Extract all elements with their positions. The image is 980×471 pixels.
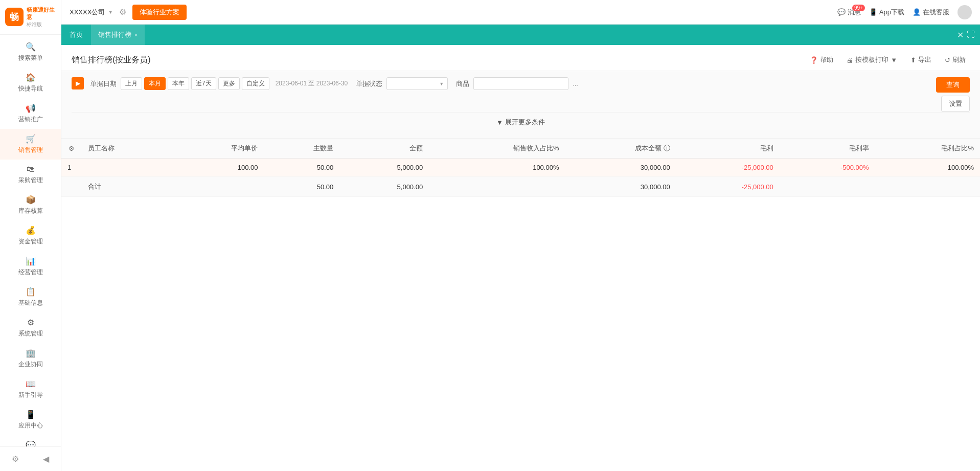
message-icon: 💬 bbox=[837, 8, 846, 16]
header-actions: ❓ 帮助 🖨 按模板打印 ▼ ⬆ 导出 ↺ 刷新 bbox=[806, 53, 970, 66]
status-select[interactable] bbox=[386, 77, 448, 90]
refresh-button[interactable]: ↺ 刷新 bbox=[941, 53, 970, 66]
sidebar-collapse-icon[interactable]: ◀ bbox=[40, 451, 52, 467]
trial-button[interactable]: 体验行业方案 bbox=[132, 5, 187, 20]
help-label: 帮助 bbox=[820, 55, 833, 64]
refresh-icon: ↺ bbox=[945, 56, 950, 64]
topbar-gear-icon[interactable]: ⚙ bbox=[119, 7, 126, 17]
sidebar-item-marketing[interactable]: 📢营销推广 bbox=[0, 98, 61, 129]
expand-more-btn[interactable]: ▼ 展开更多条件 bbox=[496, 115, 545, 130]
sidebar-item-finance[interactable]: 💰资金管理 bbox=[0, 220, 61, 251]
filter-fields: 单据日期 上月本月本年近7天更多自定义 2023-06-01 至 2023-06… bbox=[90, 77, 930, 90]
app-title: 畅康通好生意 bbox=[27, 6, 56, 21]
cell-8: -500.00% bbox=[780, 159, 875, 177]
col-header-6: 成本全额 ⓘ bbox=[565, 139, 676, 159]
sidebar-item-guide[interactable]: 📖新手引导 bbox=[0, 374, 61, 405]
nav-label-sales: 销售管理 bbox=[18, 146, 43, 154]
app-subtitle: 标准版 bbox=[27, 21, 56, 28]
filter-main-row: ▶ 单据日期 上月本月本年近7天更多自定义 2023-06-01 至 2023-… bbox=[72, 77, 970, 112]
nav-label-apps: 应用中心 bbox=[18, 421, 43, 430]
footer-gross: -25,000.00 bbox=[676, 177, 780, 197]
cell-6: 30,000.00 bbox=[565, 159, 676, 177]
sidebar-item-operation[interactable]: 📊经营管理 bbox=[0, 251, 61, 282]
topbar-right: 💬 消息 99+ 📱 App下载 👤 在线客服 bbox=[837, 5, 972, 19]
sidebar-item-shortcut[interactable]: 🏠快捷导航 bbox=[0, 68, 61, 98]
tab-window-actions: ✕ ⛶ bbox=[952, 30, 980, 40]
col-header-4: 全额 bbox=[339, 139, 429, 159]
nav-label-search: 搜索菜单 bbox=[18, 54, 43, 62]
footer-cost: 30,000.00 bbox=[565, 177, 676, 197]
nav-label-enterprise: 企业协同 bbox=[18, 360, 43, 369]
cell-5: 100.00% bbox=[429, 159, 565, 177]
sidebar-item-enterprise[interactable]: 🏢企业协同 bbox=[0, 343, 61, 374]
message-badge: 99+ bbox=[852, 5, 865, 11]
date-btn-上月[interactable]: 上月 bbox=[121, 77, 142, 90]
nav-icon-marketing: 📢 bbox=[26, 103, 36, 113]
company-dropdown-icon: ▼ bbox=[108, 9, 113, 15]
content-header: 销售排行榜(按业务员) ❓ 帮助 🖨 按模板打印 ▼ ⬆ 导出 ↺ 刷新 bbox=[61, 45, 980, 71]
sidebar-item-basic[interactable]: 📋基础信息 bbox=[0, 282, 61, 312]
footer-qty: 50.00 bbox=[264, 177, 339, 197]
goods-input[interactable] bbox=[473, 77, 568, 90]
tab-label: 销售排行榜 bbox=[98, 30, 131, 39]
tab-maximize-icon[interactable]: ⛶ bbox=[967, 30, 975, 39]
nav-label-guide: 新手引导 bbox=[18, 391, 43, 399]
tab-home[interactable]: 首页 bbox=[61, 25, 91, 45]
sidebar-logo: 畅 畅康通好生意 标准版 bbox=[0, 0, 61, 35]
user-avatar[interactable] bbox=[958, 5, 972, 19]
filter-expand-arrow[interactable]: ▶ bbox=[72, 77, 84, 89]
goods-more-icon[interactable]: ... bbox=[573, 80, 578, 87]
sidebar-item-system[interactable]: ⚙系统管理 bbox=[0, 312, 61, 343]
nav-icon-system: ⚙ bbox=[27, 318, 34, 327]
query-button[interactable]: 查询 bbox=[936, 77, 970, 93]
tab-sales-ranking[interactable]: 销售排行榜 × bbox=[91, 25, 145, 45]
filter-area: ▶ 单据日期 上月本月本年近7天更多自定义 2023-06-01 至 2023-… bbox=[61, 71, 980, 139]
company-selector[interactable]: XXXXX公司 ▼ bbox=[70, 8, 113, 17]
topbar-message-btn[interactable]: 💬 消息 99+ bbox=[837, 8, 861, 17]
help-icon: ❓ bbox=[810, 56, 818, 64]
tab-close-window-icon[interactable]: ✕ bbox=[957, 30, 964, 40]
sidebar-item-search[interactable]: 🔍搜索菜单 bbox=[0, 37, 61, 68]
footer-amount: 5,000.00 bbox=[339, 177, 429, 197]
sidebar-item-wechat[interactable]: 💬企业微信 bbox=[0, 435, 61, 446]
print-button[interactable]: 🖨 按模板打印 ▼ bbox=[842, 53, 901, 66]
sidebar-item-inventory[interactable]: 📦库存核算 bbox=[0, 190, 61, 220]
nav-label-operation: 经营管理 bbox=[18, 268, 43, 277]
online-service-btn[interactable]: 👤 在线客服 bbox=[913, 8, 949, 17]
page-title: 销售排行榜(按业务员) bbox=[72, 55, 151, 65]
date-btn-更多[interactable]: 更多 bbox=[218, 77, 240, 90]
col-header-0: ⚙ bbox=[61, 139, 82, 159]
nav-icon-wechat: 💬 bbox=[26, 440, 36, 446]
settings-button[interactable]: 设置 bbox=[941, 96, 970, 112]
nav-label-marketing: 营销推广 bbox=[18, 115, 43, 124]
export-button[interactable]: ⬆ 导出 bbox=[906, 53, 936, 66]
status-filter: 单据状态 bbox=[356, 77, 448, 90]
content-area: 销售排行榜(按业务员) ❓ 帮助 🖨 按模板打印 ▼ ⬆ 导出 ↺ 刷新 bbox=[61, 45, 980, 471]
tabbar: 首页 销售排行榜 × ✕ ⛶ bbox=[61, 25, 980, 45]
app-download-label: App下载 bbox=[879, 8, 904, 17]
col-header-2: 平均单价 bbox=[173, 139, 264, 159]
sidebar-settings-icon[interactable]: ⚙ bbox=[9, 451, 22, 467]
expand-icon: ▼ bbox=[496, 119, 503, 126]
date-btn-本月[interactable]: 本月 bbox=[144, 77, 166, 90]
app-download-btn[interactable]: 📱 App下载 bbox=[869, 8, 904, 17]
service-icon: 👤 bbox=[913, 8, 921, 16]
footer-total-label: 合计 bbox=[82, 177, 173, 197]
nav-icon-sales: 🛒 bbox=[26, 134, 36, 144]
help-button[interactable]: ❓ 帮助 bbox=[806, 53, 837, 66]
col-settings-icon[interactable]: ⚙ bbox=[69, 145, 75, 152]
col-header-7: 毛利 bbox=[676, 139, 780, 159]
nav-label-purchase: 采购管理 bbox=[18, 176, 43, 185]
sidebar-item-purchase[interactable]: 🛍采购管理 bbox=[0, 160, 61, 190]
cell-2: 100.00 bbox=[173, 159, 264, 177]
date-btn-自定义[interactable]: 自定义 bbox=[242, 77, 269, 90]
date-btn-近7天[interactable]: 近7天 bbox=[191, 77, 216, 90]
table-footer: 合计 50.00 5,000.00 30,000.00 -25,000.00 bbox=[61, 177, 980, 197]
sidebar-item-sales[interactable]: 🛒销售管理 bbox=[0, 129, 61, 160]
sidebar-item-apps[interactable]: 📱应用中心 bbox=[0, 405, 61, 435]
tab-close-icon[interactable]: × bbox=[134, 32, 138, 38]
cell-1 bbox=[82, 159, 173, 177]
date-btn-本年[interactable]: 本年 bbox=[168, 77, 189, 90]
service-label: 在线客服 bbox=[923, 8, 949, 17]
cell-4: 5,000.00 bbox=[339, 159, 429, 177]
